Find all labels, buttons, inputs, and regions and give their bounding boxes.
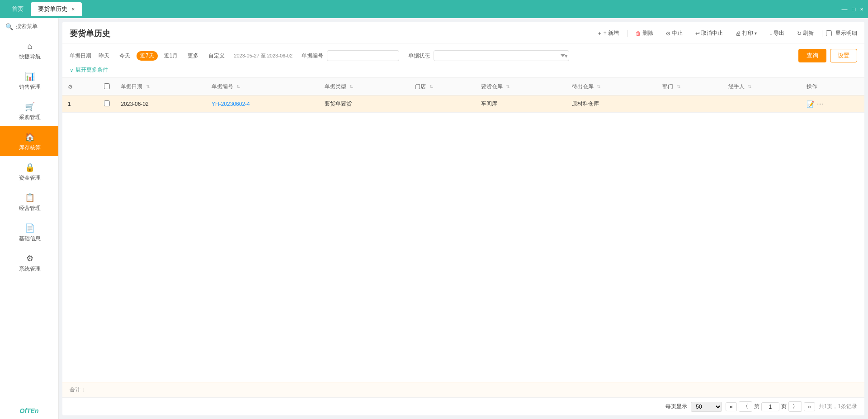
page-title: 要货单历史 — [70, 28, 110, 39]
delete-icon: 🗑 — [636, 30, 641, 37]
expand-more-btn[interactable]: ∨ 展开更多条件 — [70, 66, 857, 74]
table-header-row: ⚙ 单据日期 ⇅ 单据编号 ⇅ 单据类型 — [62, 78, 864, 95]
setting-button[interactable]: 设置 — [830, 49, 857, 62]
th-department[interactable]: 部门 ⇅ — [657, 78, 723, 95]
page-suffix: 页 — [781, 403, 787, 410]
row-date: 2023-06-02 — [115, 95, 206, 113]
home-icon: ⌂ — [28, 42, 33, 51]
th-dest-warehouse[interactable]: 待出仓库 ⇅ — [566, 78, 657, 95]
window-controls: — □ × — [842, 6, 863, 13]
page-header: 要货单历史 + + 新增 🗑 删除 ⊘ 中止 ↩ 取消中止 — [62, 22, 864, 43]
clipboard-icon: 📋 — [25, 193, 35, 203]
sort-dept-icon: ⇅ — [677, 84, 680, 89]
refresh-button[interactable]: ↻ 刷新 — [793, 27, 818, 39]
window-maximize[interactable]: □ — [852, 6, 856, 13]
export-button[interactable]: ↓ 导出 — [765, 27, 789, 39]
new-button[interactable]: + + 新增 — [594, 27, 623, 39]
sidebar-item-inventory[interactable]: 🏠 库存核算 — [0, 126, 58, 156]
query-button[interactable]: 查询 — [798, 49, 826, 62]
total-info: 共1页，1条记录 — [819, 403, 857, 410]
date-btn-custom[interactable]: 自定义 — [205, 51, 228, 61]
th-store[interactable]: 门店 ⇅ — [410, 78, 476, 95]
document-icon: 📄 — [25, 223, 35, 233]
date-filter-label: 单据日期 — [70, 52, 91, 60]
th-handler[interactable]: 经手人 ⇅ — [723, 78, 801, 95]
page-size-select[interactable]: 50 100 200 — [691, 402, 722, 412]
brand-text: OfTEn — [5, 407, 54, 414]
tab-close-icon[interactable]: × — [72, 6, 75, 12]
tab-home[interactable]: 首页 — [5, 2, 31, 16]
delete-button[interactable]: 🗑 删除 — [631, 27, 658, 39]
date-btn-7days[interactable]: 近7天 — [137, 51, 158, 61]
sidebar-item-shortcut[interactable]: ⌂ 快捷导航 — [0, 35, 58, 65]
row-doc-type: 要货单要货 — [319, 95, 410, 113]
row-doc-num[interactable]: YH-20230602-4 — [206, 95, 319, 113]
stop-button[interactable]: ⊘ 中止 — [661, 27, 687, 39]
window-minimize[interactable]: — — [842, 6, 848, 13]
sidebar-item-basic[interactable]: 📄 基础信息 — [0, 217, 58, 247]
sort-store-icon: ⇅ — [429, 84, 433, 89]
main-layout: 🔍 搜索菜单 ⌂ 快捷导航 📊 销售管理 🛒 采购管理 🏠 库存核算 🔒 资金管… — [0, 18, 868, 419]
top-bar: 首页 要货单历史 × — □ × — [0, 0, 868, 18]
action-icons: 📝 ⋯ — [807, 100, 859, 108]
cancel-stop-button[interactable]: ↩ 取消中止 — [691, 27, 727, 39]
th-req-warehouse[interactable]: 要货仓库 ⇅ — [476, 78, 566, 95]
filter-row-1: 单据日期 昨天 今天 近7天 近1月 更多 自定义 2023-05-27 至 2… — [70, 49, 857, 62]
search-menu-item[interactable]: 🔍 搜索菜单 — [0, 18, 58, 35]
page-size-label: 每页显示 — [665, 403, 687, 410]
show-detail-checkbox[interactable] — [826, 30, 832, 36]
sidebar-item-operations[interactable]: 📋 经营管理 — [0, 186, 58, 217]
cancel-stop-icon: ↩ — [695, 30, 700, 37]
print-dropdown-icon: ▾ — [755, 31, 757, 36]
toolbar-divider — [627, 30, 627, 37]
page-nav: « 〈 第 页 〉 » — [726, 401, 815, 412]
cart-icon: 🛒 — [25, 102, 35, 112]
doc-status-select[interactable] — [434, 50, 569, 61]
print-button[interactable]: 🖨 打印 ▾ — [731, 27, 761, 39]
sort-date-icon: ⇅ — [146, 84, 150, 89]
th-doc-type[interactable]: 单据类型 ⇅ — [319, 78, 410, 95]
sidebar-item-purchase[interactable]: 🛒 采购管理 — [0, 95, 58, 126]
select-all-checkbox[interactable] — [104, 83, 110, 89]
sidebar-item-label: 经营管理 — [19, 205, 41, 212]
sidebar: 🔍 搜索菜单 ⌂ 快捷导航 📊 销售管理 🛒 采购管理 🏠 库存核算 🔒 资金管… — [0, 18, 59, 419]
table-area: ⚙ 单据日期 ⇅ 单据编号 ⇅ 单据类型 — [62, 78, 864, 382]
doc-number-label: 单据编号 — [302, 52, 323, 60]
date-btn-today[interactable]: 今天 — [116, 51, 134, 61]
window-close[interactable]: × — [860, 6, 863, 13]
expand-label: 展开更多条件 — [75, 66, 108, 74]
search-menu-label: 搜索菜单 — [16, 23, 38, 30]
date-btn-1month[interactable]: 近1月 — [160, 51, 182, 61]
sort-reqwh-icon: ⇅ — [506, 84, 509, 89]
sidebar-item-label: 销售管理 — [19, 83, 41, 91]
doc-num-link[interactable]: YH-20230602-4 — [212, 101, 250, 107]
row-store — [410, 95, 476, 113]
date-btn-yesterday[interactable]: 昨天 — [95, 51, 113, 61]
date-btn-more[interactable]: 更多 — [184, 51, 202, 61]
sidebar-item-finance[interactable]: 🔒 资金管理 — [0, 156, 58, 186]
prev-page-button[interactable]: 〈 — [739, 401, 752, 412]
table-row: 1 2023-06-02 YH-20230602-4 要货单要货 车间库 原材料… — [62, 95, 864, 113]
next-page-button[interactable]: 〉 — [788, 401, 802, 412]
chart-icon: 📊 — [25, 71, 35, 81]
th-settings[interactable]: ⚙ — [62, 78, 99, 95]
doc-status-filter: 单据状态 ▾ — [408, 50, 789, 61]
more-icon[interactable]: ⋯ — [817, 100, 823, 108]
sidebar-item-system[interactable]: ⚙ 系统管理 — [0, 247, 58, 277]
row-dest-warehouse: 原材料仓库 — [566, 95, 657, 113]
sidebar-item-sales[interactable]: 📊 销售管理 — [0, 65, 58, 95]
show-detail-toggle[interactable]: 显示明细 — [826, 29, 857, 37]
first-page-button[interactable]: « — [726, 402, 737, 411]
doc-number-input[interactable] — [327, 50, 399, 61]
row-checkbox[interactable] — [104, 100, 110, 106]
sidebar-item-label: 快捷导航 — [19, 53, 41, 61]
th-doc-num[interactable]: 单据编号 ⇅ — [206, 78, 319, 95]
last-page-button[interactable]: » — [804, 402, 815, 411]
edit-icon[interactable]: 📝 — [807, 100, 814, 108]
action-buttons: 查询 设置 — [798, 49, 857, 62]
data-table: ⚙ 单据日期 ⇅ 单据编号 ⇅ 单据类型 — [62, 78, 864, 113]
toolbar: + + 新增 🗑 删除 ⊘ 中止 ↩ 取消中止 🖨 打 — [594, 27, 857, 39]
th-date[interactable]: 单据日期 ⇅ — [115, 78, 206, 95]
tab-doc-history[interactable]: 要货单历史 × — [31, 2, 82, 16]
page-input[interactable] — [761, 402, 779, 411]
